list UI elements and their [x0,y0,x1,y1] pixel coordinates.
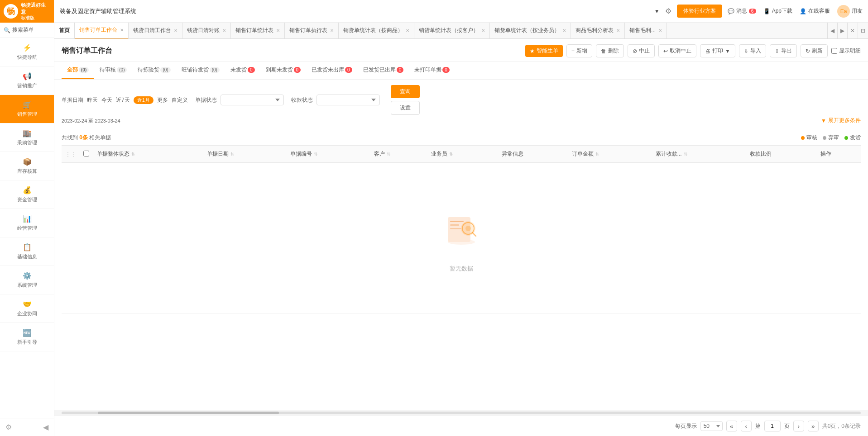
dropdown-arrow-icon: ▼ [654,8,660,14]
approve-action-btn[interactable]: 审核 [801,134,817,142]
filter-setting-button[interactable]: 设置 [391,101,420,115]
show-detail-checkbox[interactable]: 显示明细 [831,47,861,55]
sidebar-item-inventory[interactable]: 📦 库存核算 [0,152,54,180]
results-actions: 审核 弃审 发货 [801,134,861,142]
topbar-settings-icon[interactable]: ⚙ [665,7,671,15]
subtab-pending-inspection[interactable]: 待拣验货(0) [132,62,176,79]
th-amount-sort[interactable]: 订单金额 ⇅ [572,150,648,158]
tab-close-sales-exec[interactable]: ✕ [330,28,334,33]
ship-action-btn[interactable]: 发货 [844,134,861,142]
tab-scroll-left[interactable]: ◀ [827,23,837,39]
th-customer-sort[interactable]: 客户 ⇅ [374,150,424,158]
subtab-pending-review[interactable]: 待审核(0) [94,62,132,79]
sidebar-item-sales[interactable]: 🛒 销售管理 [0,95,54,123]
tab-scroll-right[interactable]: ▶ [837,23,847,39]
page-first-btn[interactable]: « [726,421,737,431]
subtab-wangpu-ship[interactable]: 旺铺待发货(0) [176,62,225,79]
tab-expand[interactable]: ⊡ [858,23,868,39]
date-opt-7days[interactable]: 近7天 [116,96,130,104]
tab-close-sales-by-product[interactable]: ✕ [406,28,409,33]
svg-line-7 [472,232,476,236]
settings-bottom-icon[interactable]: ⚙ [5,423,12,431]
online-service-btn[interactable]: 👤 在线客服 [800,7,830,15]
scrollbar-thumb[interactable] [98,412,279,414]
subtab-shipped-out[interactable]: 已发货已出库0 [358,62,409,79]
tab-sales-by-product[interactable]: 销货单统计表（按商品） ✕ [339,23,414,39]
page-next-btn[interactable]: › [793,421,804,431]
show-detail-input[interactable] [831,48,837,54]
page-prev-btn[interactable]: ‹ [741,421,752,431]
message-btn[interactable]: 💬 消息 6 [728,7,756,15]
sidebar-item-corp[interactable]: 🤝 企业协同 [0,294,54,323]
subtab-shipped-not-out[interactable]: 已发货未出库0 [306,62,358,79]
tab-sales-workbench[interactable]: 销售订单工作台 ✕ [75,23,129,39]
add-button[interactable]: + 新增 [566,44,592,57]
cancel-approve-dot [823,136,826,140]
th-staff-sort[interactable]: 业务员 ⇅ [431,150,494,158]
tab-gross-profit[interactable]: 商品毛利分析表 ✕ [571,23,625,39]
print-button[interactable]: 🖨 打印 ▼ [700,44,735,57]
stop-button[interactable]: ⊘ 中止 [628,44,655,57]
th-accumulated-sort[interactable]: 累计收款... ⇅ [656,150,743,158]
date-opt-custom[interactable]: 自定义 [172,96,188,104]
status-select[interactable] [221,95,284,105]
tab-close-cash-reconcile[interactable]: ✕ [222,28,226,33]
query-button[interactable]: 查询 [391,85,420,98]
page-number-input[interactable] [764,421,781,431]
tab-close-sales-by-staff[interactable]: ✕ [562,28,566,33]
subtab-overdue-ship[interactable]: 到期未发货0 [260,62,307,79]
tab-home[interactable]: 首页 [54,23,75,39]
collapse-icon[interactable]: ◀ [43,423,48,431]
tab-cash-reconcile[interactable]: 钱货日清对账 ✕ [182,23,231,39]
import-button[interactable]: ⇩ 导入 [739,44,766,57]
tab-cash-daily[interactable]: 钱货日清工作台 ✕ [129,23,182,39]
th-abnormal: 异常信息 [498,146,568,163]
system-dropdown[interactable]: ▼ [654,8,660,14]
sidebar-item-system[interactable]: ⚙️ 系统管理 [0,266,54,294]
smart-create-button[interactable]: ★ 智能生单 [525,45,563,57]
tab-sales-gross[interactable]: 销售毛利... ✕ [625,23,667,39]
tab-close-gross-profit[interactable]: ✕ [616,28,620,33]
page-size-select[interactable]: 50 10 20 100 [700,421,723,431]
expand-filter-btn[interactable]: ▼ 展开更多条件 [821,117,861,124]
delete-button[interactable]: 🗑 删除 [596,44,624,57]
sidebar-item-guide[interactable]: 🆕 新手引导 [0,323,54,351]
tab-close-sales-gross[interactable]: ✕ [658,28,662,33]
cancel-approve-action-btn[interactable]: 弃审 [823,134,839,142]
date-opt-today[interactable]: 今天 [101,96,112,104]
user-menu[interactable]: Ea 用友 [837,5,863,18]
page-last-btn[interactable]: » [808,421,819,431]
cancel-stop-button[interactable]: ↩ 取消中止 [658,44,696,57]
tab-close-sales-by-customer[interactable]: ✕ [481,28,485,33]
sidebar-item-ops[interactable]: 📊 经营管理 [0,209,54,237]
sidebar-item-quicknav[interactable]: ⚡ 快捷导航 [0,38,54,66]
date-opt-yesterday[interactable]: 昨天 [87,96,98,104]
sidebar-item-finance[interactable]: 💰 资金管理 [0,180,54,209]
th-date-sort[interactable]: 单据日期 ⇅ [207,150,283,158]
th-number-sort[interactable]: 单据编号 ⇅ [290,150,367,158]
app-download-btn[interactable]: 📱 App下载 [763,7,792,15]
sidebar-item-base[interactable]: 📋 基础信息 [0,237,54,266]
select-all-checkbox[interactable] [83,151,89,156]
export-button[interactable]: ⇧ 导出 [770,44,797,57]
tab-close-sales-stats[interactable]: ✕ [276,28,280,33]
subtab-all[interactable]: 全部(0) [62,62,94,79]
th-status-sort[interactable]: 单据整体状态 ⇅ [97,150,200,158]
sidebar-search[interactable]: 🔍 搜索菜单 [0,23,54,38]
solution-button[interactable]: 体验行业方案 [677,5,722,18]
sidebar-item-marketing[interactable]: 📢 营销推广 [0,66,54,95]
sidebar-item-purchase[interactable]: 🏬 采购管理 [0,123,54,152]
tab-sales-by-customer[interactable]: 销货单统计表（按客户） ✕ [414,23,490,39]
refresh-button[interactable]: ↻ 刷新 [801,44,828,57]
subtab-unprinted[interactable]: 未打印单据0 [409,62,455,79]
date-opt-1month[interactable]: 近1月 [134,96,153,104]
tab-close-sales-workbench[interactable]: ✕ [120,28,124,33]
tab-close-all[interactable]: ✕ [847,23,858,39]
date-opt-more[interactable]: 更多 [157,96,168,104]
tab-close-cash-daily[interactable]: ✕ [174,28,177,33]
subtab-unshipped[interactable]: 未发货0 [225,62,260,79]
tab-sales-by-staff[interactable]: 销货单统计表（按业务员） ✕ [490,23,571,39]
tab-sales-exec[interactable]: 销售订单执行表 ✕ [285,23,339,39]
tab-sales-stats[interactable]: 销售订单统计表 ✕ [231,23,285,39]
payment-select[interactable] [317,95,380,105]
